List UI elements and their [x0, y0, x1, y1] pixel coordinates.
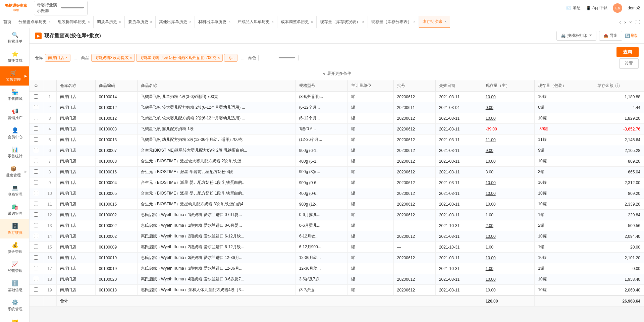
refresh-button[interactable]: 🔄 刷新	[625, 33, 639, 39]
query-button[interactable]: 查询	[616, 47, 639, 57]
tab-chengben[interactable]: 成本调整单历史 ×	[277, 16, 317, 28]
row-check[interactable]	[30, 253, 43, 263]
sidebar-item-ecom[interactable]: 💻 电商管理	[0, 181, 29, 200]
sidebar-item-corp[interactable]: 🤝 企业协同	[0, 315, 29, 322]
messages-button[interactable]: ✉️ 消息	[566, 5, 581, 11]
workspace-selector[interactable]: 母婴行业演示账套	[34, 1, 88, 15]
tab-fullscreen-button[interactable]: ⛶	[634, 19, 641, 25]
row-checkbox[interactable]	[34, 202, 38, 206]
row-check[interactable]	[30, 188, 43, 199]
tab-zuhe-close[interactable]: ×	[88, 20, 90, 24]
tab-yaohuo[interactable]: 要货单历史 ×	[125, 16, 156, 28]
row-qty-main[interactable]: 10.00	[482, 113, 535, 124]
row-checkbox[interactable]	[34, 105, 38, 109]
row-qty-main[interactable]: 10.00	[482, 92, 535, 102]
row-check[interactable]	[30, 220, 43, 231]
row-qty-main[interactable]: 11.00	[482, 135, 535, 145]
row-check[interactable]	[30, 124, 43, 135]
row-checkbox[interactable]	[34, 223, 38, 227]
tab-diaobo-close[interactable]: ×	[119, 20, 121, 24]
tab-diaobo[interactable]: 调拨单历史 ×	[94, 16, 125, 28]
sidebar-item-stats[interactable]: 📊 零售统计	[0, 143, 29, 162]
row-check[interactable]	[30, 102, 43, 113]
tab-chancheng-close[interactable]: ×	[272, 20, 274, 24]
sidebar-item-shop[interactable]: 🏪 零售商城	[0, 86, 29, 105]
tab-yaohuo-close[interactable]: ×	[150, 20, 152, 24]
sidebar-item-marketing[interactable]: 📢 营销推广	[0, 105, 29, 124]
row-qty-main[interactable]: 10.00	[482, 231, 535, 242]
sidebar-item-basic[interactable]: ℹ️ 基础信息	[0, 277, 29, 296]
expand-filters-button[interactable]: ∨ 展开更多条件	[35, 71, 639, 76]
row-check[interactable]	[30, 156, 43, 167]
row-check[interactable]	[30, 92, 43, 102]
row-check[interactable]	[30, 177, 43, 188]
row-checkbox[interactable]	[34, 169, 38, 174]
row-qty-main[interactable]: 1.00	[482, 210, 535, 220]
sidebar-item-purchase[interactable]: 🛍️ 采购管理	[0, 200, 29, 219]
row-check[interactable]	[30, 167, 43, 177]
tab-zuhe[interactable]: 组装拆卸单历史 ×	[54, 16, 94, 28]
warehouse-tag-close[interactable]: ×	[65, 56, 67, 60]
tab-qita[interactable]: 其他出库单历史 ×	[156, 16, 195, 28]
row-qty-main[interactable]: 10.00	[482, 199, 535, 210]
row-checkbox[interactable]	[34, 180, 38, 184]
row-qty-main[interactable]: 9.00	[482, 145, 535, 156]
row-qty-main[interactable]: 10.00	[482, 274, 535, 285]
tab-xiancun2[interactable]: 现存量（库存分布表） ×	[368, 16, 419, 28]
row-checkbox[interactable]	[34, 245, 38, 249]
col-settings[interactable]: ⚙	[30, 80, 43, 92]
tab-home[interactable]: 首页	[0, 16, 15, 28]
product-tag-2[interactable]: 飞鹤星飞帆 儿童奶粉 4段(3-6岁适用) 700克 ×	[136, 54, 223, 62]
tab-fenpan-close[interactable]: ×	[49, 20, 51, 24]
row-qty-main[interactable]: 0.00	[482, 102, 535, 113]
avatar[interactable]: Ea	[613, 3, 622, 13]
sidebar-item-retail[interactable]: 🛒 零售管理 ▶	[0, 66, 29, 86]
warehouse-more-dots[interactable]: ...	[74, 56, 77, 60]
row-check[interactable]	[30, 210, 43, 220]
row-check[interactable]	[30, 135, 43, 145]
sidebar-item-finance[interactable]: 💰 资金管理	[0, 238, 29, 258]
sidebar-item-ops[interactable]: 📈 经营管理	[0, 258, 29, 277]
row-checkbox[interactable]	[34, 159, 38, 163]
row-check[interactable]	[30, 113, 43, 124]
tab-fenpan[interactable]: 分量盘点单历史 ×	[15, 16, 54, 28]
color-input-box[interactable]	[258, 55, 299, 61]
amount-info-icon[interactable]: i	[615, 84, 620, 88]
row-qty-main[interactable]: 3.00	[482, 167, 535, 177]
row-checkbox[interactable]	[34, 191, 38, 195]
tab-kucun-close[interactable]: ×	[444, 20, 446, 23]
row-check[interactable]	[30, 274, 43, 285]
row-qty-main[interactable]: 10.00	[482, 253, 535, 263]
product-more-dots[interactable]: ...	[241, 56, 244, 60]
tab-cailiao[interactable]: 材料出库单历史 ×	[195, 16, 234, 28]
row-checkbox[interactable]	[34, 137, 38, 142]
row-qty-main[interactable]: 10.00	[482, 285, 535, 296]
sidebar-item-quicknav[interactable]: ⭐ 快捷导航	[0, 47, 29, 66]
row-checkbox[interactable]	[34, 287, 38, 292]
tab-prev-button[interactable]: ‹	[618, 19, 622, 25]
row-qty-main[interactable]: -39.00	[482, 124, 535, 135]
row-checkbox[interactable]	[34, 94, 38, 99]
sidebar-item-member[interactable]: 👤 会员中心	[0, 124, 29, 143]
row-qty-main[interactable]: 10.00	[482, 188, 535, 199]
row-checkbox[interactable]	[34, 234, 38, 238]
tab-cailiao-close[interactable]: ×	[228, 20, 230, 24]
row-check[interactable]	[30, 145, 43, 156]
row-checkbox[interactable]	[34, 116, 38, 120]
tab-xiancun1[interactable]: 现存量（库存状况表） ×	[317, 16, 368, 28]
product-tag-more[interactable]: 飞...	[224, 54, 237, 62]
row-check[interactable]	[30, 242, 43, 253]
tab-xiancun1-close[interactable]: ×	[362, 20, 364, 24]
row-checkbox[interactable]	[34, 212, 38, 217]
tab-chengben-close[interactable]: ×	[311, 20, 313, 24]
product-tag-2-close[interactable]: ×	[218, 56, 220, 60]
row-qty-main[interactable]: 10.00	[482, 177, 535, 188]
sidebar-item-inventory[interactable]: 🗄️ 库存核算	[0, 219, 29, 238]
product-tag-1[interactable]: 飞鹤奶粉3段两提装 ×	[91, 54, 135, 62]
tab-chancheng[interactable]: 产成品入库单历史 ×	[234, 16, 277, 28]
export-button[interactable]: 📤 导出	[599, 31, 622, 41]
settings-button[interactable]: 设置	[619, 58, 639, 69]
print-button[interactable]: 🖨️ 按模板打印	[556, 31, 596, 41]
row-qty-main[interactable]: 1.00	[482, 263, 535, 274]
row-qty-main[interactable]: 1.00	[482, 242, 535, 253]
